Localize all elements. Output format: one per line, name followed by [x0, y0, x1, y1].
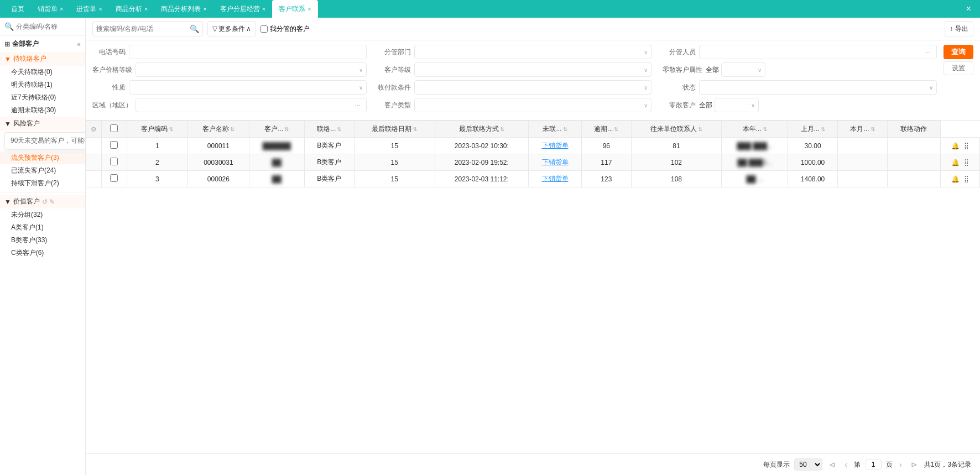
action-more-icon-0[interactable]: ⣿ [964, 142, 969, 150]
prev-page-button[interactable]: ‹ [842, 460, 849, 469]
nav-home[interactable]: 首页 [4, 0, 31, 18]
sidebar-item-declining[interactable]: 持续下滑客户(2) [0, 177, 85, 190]
my-customers-checkbox-label[interactable]: 我分管的客户 [260, 24, 310, 34]
sidebar-item-week[interactable]: 近7天待联络(0) [0, 91, 85, 104]
filter-nature-select[interactable]: ∨ [129, 80, 367, 95]
retail-customer-chevron-icon: ∨ [751, 102, 755, 108]
cell-year-amount-0: 30.00 [788, 138, 838, 154]
col-type[interactable]: 客户...⇅ [249, 121, 304, 138]
sidebar-group-risk[interactable]: ▼ 风险客户 [0, 117, 85, 131]
col-contact[interactable]: 联络...⇅ [304, 121, 354, 138]
sidebar-search-input[interactable] [16, 23, 86, 30]
settings-button[interactable]: 设置 [943, 61, 973, 75]
window-close-button[interactable]: × [962, 4, 976, 14]
close-product-list-tab[interactable]: × [203, 6, 206, 12]
page-number-input[interactable] [865, 460, 882, 469]
action-bell-icon-0[interactable]: 🔔 [951, 142, 960, 150]
filter-retail-customer-select[interactable]: ∨ [715, 98, 759, 112]
page-size-select[interactable]: 50 100 [794, 458, 822, 471]
export-button[interactable]: ↑ 导出 [945, 21, 973, 36]
table-settings-icon[interactable]: ⚙ [91, 126, 97, 133]
first-page-button[interactable]: ⊲ [827, 460, 838, 469]
col-this-month[interactable]: 本月...⇅ [838, 121, 888, 138]
filter-payment: 收付款条件 ∨ [378, 80, 652, 95]
sidebar-group-pending[interactable]: ▼ 待联络客户 [0, 52, 85, 66]
sidebar-collapse-icon[interactable]: « [77, 40, 81, 48]
close-customer-segment-tab[interactable]: × [262, 6, 265, 12]
col-overdue[interactable]: 逾期...⇅ [581, 121, 631, 138]
sidebar-item-b-class[interactable]: B类客户(33) [0, 234, 85, 247]
last-page-button[interactable]: ⊳ [909, 460, 920, 469]
filter-status-select[interactable]: ∨ [699, 80, 937, 95]
cell-action-0[interactable]: 🔔 ⣿ [940, 138, 979, 154]
nav-sales[interactable]: 销货单 × [31, 0, 70, 18]
select-all-checkbox[interactable] [110, 124, 118, 132]
filter-customer-level-select[interactable]: ∨ [414, 62, 652, 77]
sidebar-item-ungrouped[interactable]: 未分组(32) [0, 208, 85, 221]
close-product-analysis-tab[interactable]: × [144, 6, 148, 12]
cell-last-method-1[interactable]: 下销货单 [529, 154, 582, 171]
nav-product-analysis[interactable]: 商品分析 × [109, 0, 154, 18]
sidebar-item-today[interactable]: 今天待联络(0) [0, 66, 85, 79]
filter-dept-select[interactable]: ∨ [414, 45, 652, 59]
filter-price-level-select[interactable]: ∨ [135, 62, 367, 77]
nav-purchase[interactable]: 进货单 × [70, 0, 108, 18]
cell-last-method-0[interactable]: 下销货单 [529, 138, 582, 154]
action-more-icon-1[interactable]: ⣿ [964, 159, 969, 166]
my-customers-checkbox[interactable] [260, 25, 268, 33]
sidebar-item-a-class[interactable]: A类客户(1) [0, 221, 85, 234]
close-purchase-tab[interactable]: × [98, 6, 102, 12]
row-checkbox-0[interactable] [110, 141, 118, 149]
sidebar-item-overdue[interactable]: 逾期未联络(30) [0, 104, 85, 117]
col-name[interactable]: 客户名称⇅ [188, 121, 249, 138]
next-page-button[interactable]: › [897, 460, 904, 469]
cell-action-2[interactable]: 🔔 ⣿ [940, 171, 979, 187]
filter-customer-type-select[interactable]: ∨ [414, 98, 652, 112]
page-label: 第 [854, 460, 861, 469]
row-checkbox-1[interactable] [110, 158, 118, 165]
filter-nature: 性质 ∨ [92, 80, 367, 95]
nav-customer-contact[interactable]: 客户联系 × [272, 0, 317, 18]
sidebar-item-churned[interactable]: 已流失客户(24) [0, 164, 85, 177]
cell-action-1[interactable]: 🔔 ⣿ [940, 154, 979, 171]
close-customer-contact-tab[interactable]: × [307, 6, 311, 12]
col-last-month[interactable]: 上月...⇅ [788, 121, 838, 138]
manager-dots-icon[interactable]: ··· [923, 48, 933, 56]
sidebar-item-churn-warning[interactable]: 流失预警客户(3) [0, 152, 85, 164]
col-year-amount[interactable]: 本年...⇅ [722, 121, 788, 138]
sidebar-group-value[interactable]: ▼ 价值客户 ↺ ✎ [0, 195, 85, 208]
cell-type-0: B类客户 [304, 138, 354, 154]
col-last-method[interactable]: 最后联络方式⇅ [435, 121, 529, 138]
col-last-date[interactable]: 最后联络日期⇅ [354, 121, 435, 138]
col-code[interactable]: 客户编码⇅ [127, 121, 187, 138]
filter-payment-select[interactable]: ∨ [414, 80, 652, 95]
nav-customer-segment[interactable]: 客户分层经营 × [213, 0, 272, 18]
value-group-icons[interactable]: ↺ ✎ [42, 198, 55, 206]
filter-phone-input[interactable] [129, 45, 367, 59]
cell-year-amount-1: 1000.00 [788, 154, 838, 171]
sidebar-item-tomorrow[interactable]: 明天待联络(1) [0, 79, 85, 91]
more-conditions-button[interactable]: ▽ 更多条件 ∧ [207, 21, 256, 36]
cell-last-method-2[interactable]: 下销货单 [529, 171, 582, 187]
filter-manager-select[interactable]: ··· [699, 45, 937, 59]
col-contact2[interactable]: 往来单位联系人⇅ [631, 121, 722, 138]
col-uncontacted[interactable]: 未联...⇅ [529, 121, 582, 138]
sidebar-search-icon: 🔍 [4, 22, 14, 31]
row-checkbox-2[interactable] [110, 174, 118, 182]
query-button[interactable]: 查询 [943, 45, 973, 59]
action-bell-icon-1[interactable]: 🔔 [951, 159, 960, 166]
filter-action-buttons: 查询 设置 [943, 45, 973, 75]
filter-region-select[interactable]: ··· [135, 98, 367, 112]
filter-retail-attr-select[interactable]: ∨ [721, 62, 765, 77]
nav-product-list[interactable]: 商品分析列表 × [154, 0, 213, 18]
sidebar-item-c-class[interactable]: C类客户(6) [0, 247, 85, 259]
uncontacted-sort-icon: ⇅ [563, 126, 567, 132]
action-bell-icon-2[interactable]: 🔔 [951, 175, 960, 183]
region-dots-icon[interactable]: ··· [353, 101, 363, 109]
action-more-icon-2[interactable]: ⣿ [964, 175, 969, 183]
main-search-icon[interactable]: 🔍 [190, 24, 199, 33]
close-sales-tab[interactable]: × [60, 6, 63, 12]
cell-contact-2: 15 [354, 171, 435, 187]
data-table-area: ⚙ 客户编码⇅ 客户名称⇅ 客户...⇅ [86, 121, 980, 453]
main-search-input[interactable] [96, 25, 190, 33]
